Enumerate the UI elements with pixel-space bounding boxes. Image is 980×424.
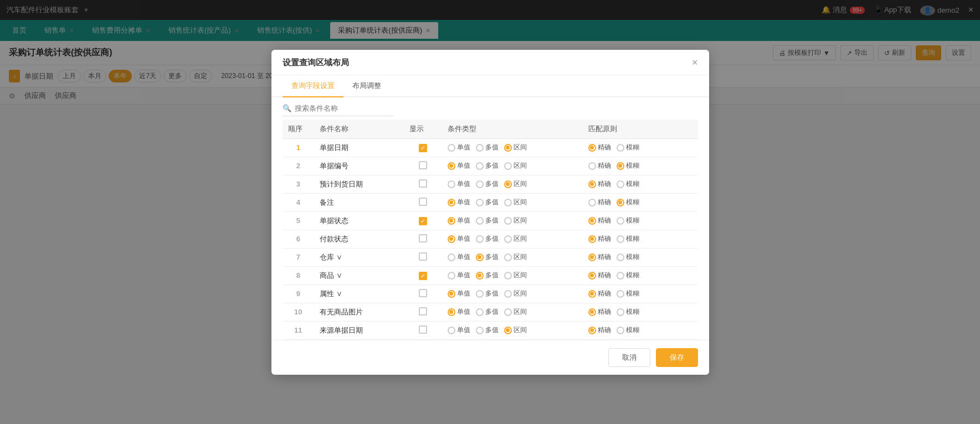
search-box: 🔍 xyxy=(283,104,393,105)
dialog-search-area: 🔍 xyxy=(271,97,709,105)
search-icon: 🔍 xyxy=(283,104,291,105)
search-input[interactable] xyxy=(295,104,383,105)
dialog-header: 设置查询区域布局 × xyxy=(271,50,709,75)
tab-layout-adjust[interactable]: 布局调整 xyxy=(343,75,390,97)
settings-dialog: 设置查询区域布局 × 查询字段设置 布局调整 🔍 顺序 条件名称 显示 xyxy=(271,50,709,105)
tab-query-fields[interactable]: 查询字段设置 xyxy=(283,75,343,97)
dialog-tabs: 查询字段设置 布局调整 xyxy=(271,75,709,97)
dialog-close-btn[interactable]: × xyxy=(692,58,698,68)
dialog-title: 设置查询区域布局 xyxy=(283,58,349,68)
overlay: 设置查询区域布局 × 查询字段设置 布局调整 🔍 顺序 条件名称 显示 xyxy=(0,0,980,105)
